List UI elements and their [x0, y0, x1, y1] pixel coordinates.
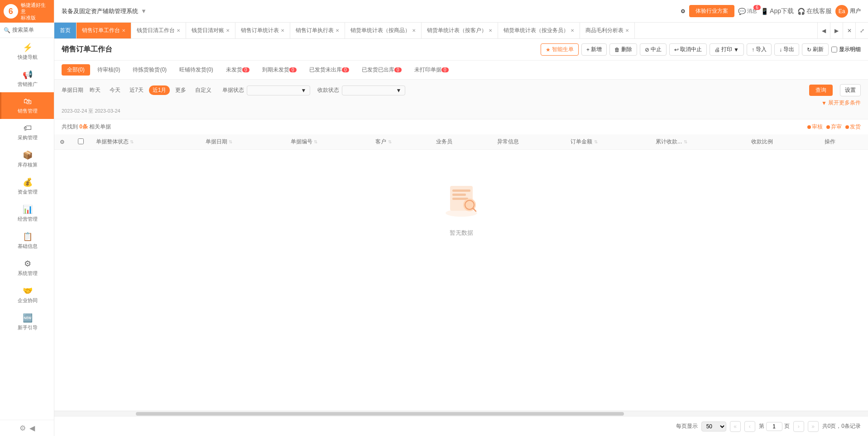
tab-close-icon[interactable]: ✕ — [122, 28, 125, 33]
last-page-btn[interactable]: » — [808, 421, 819, 432]
date-today-btn[interactable]: 今天 — [106, 85, 124, 95]
tab-gross-profit[interactable]: 商品毛利分析表 ✕ — [580, 23, 635, 39]
sidebar-item-system[interactable]: ⚙ 系统管理 — [0, 254, 54, 281]
col-amount[interactable]: 订单金额 ⇅ — [565, 134, 650, 150]
print-btn[interactable]: 🖨 打印 ▼ — [710, 43, 744, 56]
tab-fullscreen-btn[interactable]: ⤢ — [855, 23, 868, 39]
col-status[interactable]: 单据整体状态 ⇅ — [91, 134, 200, 150]
add-btn[interactable]: + 新增 — [581, 43, 607, 56]
date-yesterday-btn[interactable]: 昨天 — [86, 85, 104, 95]
ship-batch-btn[interactable]: 发货 — [845, 123, 861, 131]
tab-close-icon[interactable]: ✕ — [625, 28, 629, 33]
first-page-btn[interactable]: « — [730, 421, 741, 432]
message-btn[interactable]: 💬 消息 6 — [738, 8, 757, 15]
status-select[interactable]: ▼ — [247, 85, 310, 95]
subtab-unshipped[interactable]: 未发货0 — [221, 64, 255, 76]
tab-close-icon[interactable]: ✕ — [281, 28, 284, 33]
tab-cash-reconcile[interactable]: 钱货日清对账 ✕ — [186, 23, 235, 39]
app-download-btn[interactable]: 📱 App下载 — [761, 7, 794, 15]
tab-close-all-btn[interactable]: ✕ — [843, 23, 855, 39]
import-btn[interactable]: ↑ 导入 — [747, 43, 772, 56]
tab-close-icon[interactable]: ✕ — [226, 28, 230, 33]
sidebar-search[interactable]: 🔍 搜索菜单 — [0, 23, 54, 38]
tab-close-icon[interactable]: ✕ — [336, 28, 339, 33]
per-page-select[interactable]: 50 100 200 — [701, 422, 726, 431]
show-detail-label[interactable]: 显示明细 — [831, 46, 861, 53]
sidebar-item-sales[interactable]: 🛍 销售管理 — [0, 92, 54, 119]
col-collected[interactable]: 累计收款... ⇅ — [650, 134, 745, 150]
sidebar-item-finance[interactable]: 💰 资金管理 — [0, 173, 54, 200]
sidebar-item-inventory[interactable]: 📦 库存核算 — [0, 146, 54, 173]
col-staff[interactable]: 业务员 — [431, 134, 492, 150]
sidebar-item-quick-nav[interactable]: ⚡ 快捷导航 — [0, 38, 54, 65]
subtab-shipped-out[interactable]: 已发货已出库0 — [356, 64, 407, 76]
tab-sales-summary-product[interactable]: 销货单统计表（按商品） ✕ — [345, 23, 422, 39]
sidebar-item-guide[interactable]: 🆕 新手引导 — [0, 308, 54, 336]
subtab-overdue-ship[interactable]: 到期未发货0 — [257, 64, 302, 76]
settings-icon[interactable]: ⚙ — [681, 8, 686, 14]
next-page-btn[interactable]: › — [793, 421, 804, 432]
tab-close-icon[interactable]: ✕ — [412, 28, 416, 33]
subtab-all[interactable]: 全部(0) — [62, 64, 90, 76]
subtab-pending-review[interactable]: 待审核(0) — [92, 64, 126, 76]
expand-btn[interactable]: ▼ 展开更多条件 — [821, 99, 861, 107]
delete-btn[interactable]: 🗑 删除 — [609, 43, 637, 56]
sidebar-item-purchase[interactable]: 🏷 采购管理 — [0, 119, 54, 146]
query-btn[interactable]: 查询 — [809, 85, 833, 96]
date-7days-btn[interactable]: 近7天 — [126, 85, 147, 95]
refresh-btn[interactable]: ↻ 刷新 — [802, 43, 829, 56]
online-service-btn[interactable]: 🎧 在线客服 — [797, 7, 832, 15]
user-menu[interactable]: Ea 用户 — [835, 5, 861, 18]
page-input[interactable]: 1 — [766, 422, 782, 431]
collapse-icon[interactable]: ◀ — [29, 424, 35, 432]
tab-sales-exec[interactable]: 销售订单执行表 ✕ — [290, 23, 345, 39]
tab-sales-summary-customer[interactable]: 销货单统计表（按客户） ✕ — [422, 23, 498, 39]
sort-arrow-icon: ⇅ — [130, 139, 134, 144]
export-btn[interactable]: ↓ 导出 — [774, 43, 799, 56]
date-custom-btn[interactable]: 自定义 — [192, 85, 215, 95]
sidebar-item-marketing[interactable]: 📢 营销推广 — [0, 65, 54, 92]
subtab-shipped-no-out[interactable]: 已发货未出库0 — [304, 64, 355, 76]
experience-btn[interactable]: 体验行业方案 — [689, 5, 734, 17]
tab-prev-btn[interactable]: ◀ — [817, 23, 830, 39]
prev-page-btn[interactable]: ‹ — [744, 421, 755, 432]
show-detail-checkbox[interactable] — [831, 47, 837, 52]
horizontal-scrollbar[interactable] — [54, 411, 868, 416]
stop-btn[interactable]: ⊘ 中止 — [640, 43, 667, 56]
system-name: 装备及固定资产辅助管理系统 ▼ — [62, 7, 677, 15]
sidebar-item-collab[interactable]: 🤝 企业协同 — [0, 281, 54, 308]
import-icon: ↑ — [752, 47, 754, 53]
tab-sales-summary-staff[interactable]: 销货单统计表（按业务员） ✕ — [498, 23, 580, 39]
settings-bottom-icon[interactable]: ⚙ — [19, 424, 26, 432]
subtab-wangpu-ship[interactable]: 旺铺待发货(0) — [174, 64, 219, 76]
tab-close-icon[interactable]: ✕ — [571, 28, 574, 33]
col-number[interactable]: 单据编号 ⇅ — [285, 134, 370, 150]
subtab-unprinted[interactable]: 未打印单据0 — [409, 64, 454, 76]
tab-home[interactable]: 首页 — [54, 23, 77, 39]
subtab-pending-inspect[interactable]: 待拣货验货(0) — [127, 64, 172, 76]
tab-sales-workbench[interactable]: 销售订单工作台 ✕ — [77, 23, 131, 39]
col-customer[interactable]: 客户 ⇅ — [370, 134, 431, 150]
cancel-review-btn[interactable]: 弃审 — [826, 123, 842, 131]
payment-select[interactable]: ▼ — [342, 85, 405, 95]
pagination-total: 共0页，0条记录 — [822, 422, 861, 430]
smart-gen-btn[interactable]: ★ 智能生单 — [541, 43, 579, 56]
tab-close-icon[interactable]: ✕ — [489, 28, 492, 33]
sidebar-item-ops[interactable]: 📊 经营管理 — [0, 200, 54, 227]
tab-sales-stats[interactable]: 销售订单统计表 ✕ — [235, 23, 290, 39]
col-checkbox[interactable] — [72, 134, 91, 150]
settings-filter-btn[interactable]: 设置 — [840, 84, 861, 96]
col-exception[interactable]: 异常信息 — [492, 134, 565, 150]
review-btn[interactable]: 审核 — [807, 123, 823, 131]
date-more-btn[interactable]: 更多 — [172, 85, 190, 95]
date-1month-btn[interactable]: 近1月 — [149, 85, 170, 95]
col-settings[interactable]: ⚙ — [54, 134, 72, 150]
tab-next-btn[interactable]: ▶ — [830, 23, 843, 39]
cancel-stop-btn[interactable]: ↩ 取消中止 — [669, 43, 707, 56]
tab-close-icon[interactable]: ✕ — [177, 28, 180, 33]
scrollbar-thumb[interactable] — [136, 412, 624, 416]
select-all-checkbox[interactable] — [78, 138, 84, 144]
col-date[interactable]: 单据日期 ⇅ — [200, 134, 285, 150]
tab-cash-daily[interactable]: 钱货日清工作台 ✕ — [131, 23, 186, 39]
sidebar-item-base[interactable]: 📋 基础信息 — [0, 227, 54, 254]
